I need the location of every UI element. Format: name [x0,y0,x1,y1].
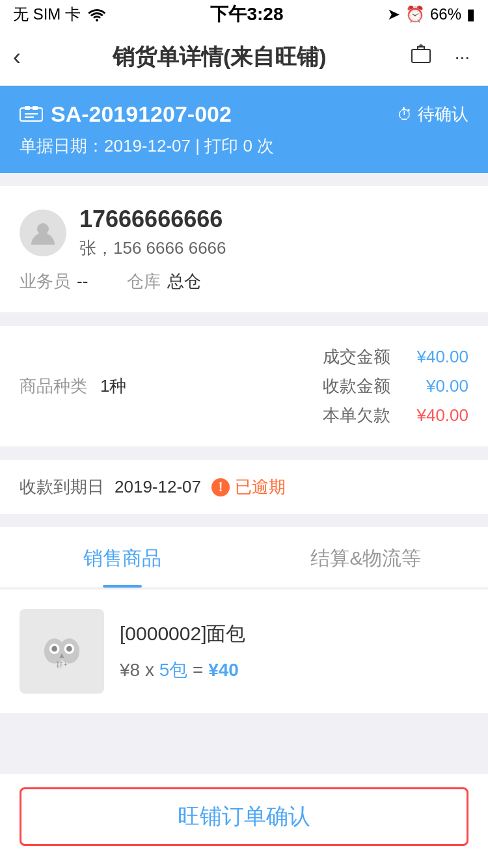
nav-actions: ··· [405,42,475,72]
bottom-bar: 旺铺订单确认 [0,774,488,868]
price-base: ¥8 x [120,660,159,680]
svg-rect-0 [412,49,430,62]
overdue-icon: ! [211,478,230,496]
owned-value: ¥40.00 [403,405,468,426]
owned-label: 本单欠款 [323,404,390,427]
transaction-value: ¥40.00 [403,347,468,367]
clock-icon: ⏱ [397,105,413,124]
product-name: [0000002]面包 [120,621,468,647]
overdue-badge: ! 已逾期 [211,476,286,498]
tab-settlement[interactable]: 结算&物流等 [244,527,488,588]
product-list: 群+ [0000002]面包 ¥8 x 5包 = ¥40 [0,590,488,713]
tabs-bar: 销售商品 结算&物流等 [0,527,488,588]
customer-info: 17666666666 张，156 6666 6666 [79,206,468,260]
salesperson-value: -- [77,271,88,292]
product-price: ¥8 x 5包 = ¥40 [120,658,468,683]
battery-label: 66% [430,5,461,23]
price-total: ¥40 [208,660,239,680]
product-category-value: 1种 [100,375,126,398]
order-id-text: SA-20191207-002 [51,102,232,127]
page-title: 销货单详情(来自旺铺) [34,42,405,72]
svg-point-11 [51,646,57,652]
confirm-order-button[interactable]: 旺铺订单确认 [20,787,468,846]
svg-point-12 [66,646,72,652]
summary-left: 商品种类 1种 [20,346,126,427]
avatar [20,210,66,256]
received-row: 收款金额 ¥0.00 [323,375,468,398]
share-button[interactable] [405,42,437,72]
overdue-text: 已逾期 [235,476,286,498]
nav-bar: ‹ 销货单详情(来自旺铺) ··· [0,29,488,86]
order-status: ⏱ 待确认 [397,103,468,126]
due-date-card: 收款到期日 2019-12-07 ! 已逾期 [0,460,488,514]
warehouse-item: 仓库 总仓 [127,270,201,293]
table-row: 群+ [0000002]面包 ¥8 x 5包 = ¥40 [0,590,488,713]
location-icon: ➤ [387,5,400,23]
order-id: SA-20191207-002 [20,102,232,127]
owned-row: 本单欠款 ¥40.00 [323,404,468,427]
svg-text:群+: 群+ [56,660,67,668]
customer-card: 17666666666 张，156 6666 6666 业务员 -- 仓库 总仓 [0,186,488,312]
status-right: ➤ ⏰ 66% ▮ [387,5,475,23]
price-equals: = [187,660,208,680]
more-button[interactable]: ··· [450,44,475,70]
transaction-row: 成交金额 ¥40.00 [323,346,468,368]
tab-sales-product[interactable]: 销售商品 [0,527,244,588]
customer-meta: 业务员 -- 仓库 总仓 [20,270,468,293]
salesperson-label: 业务员 [20,270,70,293]
warehouse-label: 仓库 [127,270,161,293]
status-text: 待确认 [418,103,468,126]
divider-1 [20,312,468,313]
battery-icon: ▮ [467,5,475,23]
status-bar: 无 SIM 卡 下午3:28 ➤ ⏰ 66% ▮ [0,0,488,29]
divider-2 [20,446,468,447]
order-date: 单据日期：2019-12-07 | 打印 0 次 [20,135,468,157]
product-category-label: 商品种类 [20,375,87,398]
received-value: ¥0.00 [403,376,468,396]
due-date-value: 2019-12-07 [115,477,201,497]
warehouse-value: 总仓 [167,270,201,293]
received-label: 收款金额 [323,375,390,398]
summary-right: 成交金额 ¥40.00 收款金额 ¥0.00 本单欠款 ¥40.00 [323,346,468,427]
carrier-label: 无 SIM 卡 [13,4,81,25]
customer-phone: 17666666666 [79,206,468,233]
due-date-label: 收款到期日 [20,476,104,498]
salesperson-item: 业务员 -- [20,270,88,293]
product-image: 群+ [20,609,104,694]
status-left: 无 SIM 卡 [13,4,107,25]
transaction-label: 成交金额 [323,346,390,368]
order-header: SA-20191207-002 ⏱ 待确认 单据日期：2019-12-07 | … [0,86,488,173]
summary-card: 商品种类 1种 成交金额 ¥40.00 收款金额 ¥0.00 本单欠款 ¥40.… [0,326,488,446]
price-quantity: 5包 [159,660,188,680]
status-time: 下午3:28 [210,2,283,27]
back-button[interactable]: ‹ [13,37,34,77]
customer-name: 张，156 6666 6666 [79,237,468,260]
alarm-icon: ⏰ [405,5,425,23]
svg-rect-3 [33,106,38,110]
wifi-icon [87,7,107,21]
order-header-top: SA-20191207-002 ⏱ 待确认 [20,102,468,127]
svg-rect-2 [25,106,30,110]
customer-row: 17666666666 张，156 6666 6666 [20,206,468,260]
product-details: [0000002]面包 ¥8 x 5包 = ¥40 [120,621,468,683]
order-icon [20,105,43,124]
